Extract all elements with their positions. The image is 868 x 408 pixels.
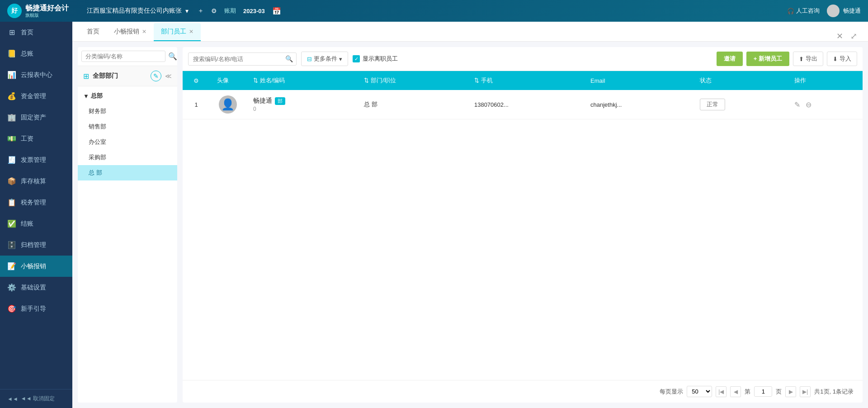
tab-xiaochangbaoxiao-label: 小畅报销	[114, 28, 139, 36]
dept-tree-caigoubu[interactable]: 采购部	[78, 150, 177, 165]
filter-button[interactable]: ⊟ 更多条件 ▾	[301, 52, 348, 66]
last-page-button[interactable]: ▶|	[800, 386, 811, 397]
cell-status: 正常	[693, 90, 788, 119]
invite-button[interactable]: 邀请	[717, 52, 743, 66]
dept-tree-xiaoshoubu[interactable]: 销售部	[78, 119, 177, 134]
unpin-label: ◄◄ 取消固定	[21, 395, 55, 403]
tab-expand-button[interactable]: ⤢	[847, 31, 861, 41]
next-page-button[interactable]: ▶	[785, 386, 796, 397]
tab-home[interactable]: 首页	[80, 23, 107, 41]
cell-phone: 138070602...	[467, 90, 583, 119]
sidebar-item-assets[interactable]: 🏢 固定资产	[0, 107, 72, 128]
dept-tree-caiwubu[interactable]: 财务部	[78, 104, 177, 119]
col-name-code[interactable]: ⇅ 姓名/编码	[246, 71, 357, 90]
dept-head-label: 总部	[91, 92, 103, 100]
sidebar-item-home[interactable]: ⊞ 首页	[0, 22, 72, 43]
logout-button[interactable]: ⊖	[806, 100, 811, 109]
unpin-button[interactable]: ◄◄ ◄◄ 取消固定	[0, 389, 72, 408]
col-email: Email	[583, 71, 693, 90]
sidebar-label-baoxiao: 小畅报销	[21, 262, 46, 270]
sidebar-label-tax: 税务管理	[21, 199, 46, 207]
first-page-button[interactable]: |◀	[716, 386, 726, 397]
tab-xiaochangbaoxiao[interactable]: 小畅报销 ✕	[107, 23, 154, 41]
col-settings[interactable]: ⚙	[183, 71, 210, 90]
sidebar-item-capital[interactable]: 💰 资金管理	[0, 85, 72, 107]
invoice-icon: 🧾	[7, 156, 16, 164]
company-selector[interactable]: 江西服宝精品有限责任公司内账张 ▾	[87, 7, 189, 15]
page-number-input[interactable]	[754, 386, 772, 397]
tab-bar: 首页 小畅报销 ✕ 部门员工 ✕ ✕ ⤢	[72, 22, 868, 42]
logo-icon: 好	[7, 4, 22, 18]
emp-search-input[interactable]	[188, 52, 297, 66]
import-icon: ⬇	[833, 56, 838, 62]
support-button[interactable]: 🎧 人工咨询	[787, 7, 820, 15]
user-area[interactable]: 畅捷通	[827, 5, 861, 17]
company-dropdown-icon[interactable]: ▾	[185, 7, 189, 14]
dept-search-input[interactable]	[81, 51, 165, 62]
headset-icon: 🎧	[787, 8, 794, 14]
sidebar-item-archive[interactable]: 🗄️ 归档管理	[0, 234, 72, 256]
sidebar-item-checkout[interactable]: ✅ 结账	[0, 213, 72, 234]
sidebar-label-guide: 新手引导	[21, 305, 46, 313]
sidebar-item-tax[interactable]: 📋 税务管理	[0, 192, 72, 213]
export-button[interactable]: ⬆ 导出	[793, 52, 823, 66]
import-label: 导入	[840, 55, 851, 63]
dept-tree-bangongshi[interactable]: 办公室	[78, 134, 177, 150]
export-label: 导出	[806, 55, 817, 63]
sidebar-label-settings: 基础设置	[21, 284, 46, 292]
sidebar-item-invoice[interactable]: 🧾 发票管理	[0, 149, 72, 171]
per-page-select[interactable]: 50 20 100	[687, 386, 712, 397]
settings-button[interactable]: ⚙	[211, 7, 217, 14]
cell-name-code: 畅捷通 部 0	[246, 90, 357, 119]
col-dept-position[interactable]: ⇅ 部门/职位	[357, 71, 467, 90]
tab-close-all-button[interactable]: ✕	[833, 31, 847, 41]
period-value: 2023-03	[243, 8, 265, 14]
show-resigned-checkbox[interactable]: ✓	[353, 55, 360, 62]
emp-toolbar: 🔍 ⊟ 更多条件 ▾ ✓ 显示离职员工 邀请 + 新增员工	[183, 47, 863, 71]
dept-xiaoshoubu-label: 销售部	[89, 123, 106, 131]
tab-deptemployee[interactable]: 部门员工 ✕	[154, 23, 201, 41]
dept-zongbu-label: 总 部	[89, 169, 102, 177]
prev-page-button[interactable]: ◀	[730, 386, 741, 397]
dept-search-icon[interactable]: 🔍	[168, 52, 177, 61]
dept-all-label: 全部部门	[93, 72, 147, 80]
tab-xiaochangbaoxiao-close[interactable]: ✕	[142, 28, 146, 35]
tab-deptemployee-close[interactable]: ✕	[189, 28, 193, 35]
col-phone[interactable]: ⇅ 手机	[467, 71, 583, 90]
add-tab-button[interactable]: ＋	[198, 7, 204, 15]
dept-tree-zongbu[interactable]: 总 部	[78, 165, 177, 180]
pagination: 每页显示 50 20 100 |◀ ◀ 第 页 ▶ ▶| 共1页, 1条记录	[183, 380, 863, 403]
sidebar-item-inventory[interactable]: 📦 库存核算	[0, 171, 72, 192]
sidebar-item-settings[interactable]: ⚙️ 基础设置	[0, 277, 72, 298]
dept-edit-button[interactable]: ✎	[151, 71, 161, 81]
header-right: 🎧 人工咨询 畅捷通	[787, 5, 861, 17]
employee-panel: 🔍 ⊟ 更多条件 ▾ ✓ 显示离职员工 邀请 + 新增员工	[183, 47, 863, 403]
sidebar-item-xiaochangbaoxiao[interactable]: 📝 小畅报销	[0, 256, 72, 277]
guide-icon: 🎯	[7, 304, 16, 313]
edit-button[interactable]: ✎	[794, 100, 800, 109]
unpin-icon: ◄◄	[7, 396, 18, 402]
emp-search-icon[interactable]: 🔍	[285, 55, 293, 62]
dept-tree-section-head[interactable]: ▼ 总部	[78, 88, 177, 104]
calendar-icon[interactable]: 📅	[272, 7, 281, 15]
sidebar-item-guide[interactable]: 🎯 新手引导	[0, 298, 72, 319]
dept-caigoubu-label: 采购部	[89, 153, 106, 161]
show-resigned-toggle[interactable]: ✓ 显示离职员工	[353, 55, 398, 63]
add-employee-button[interactable]: + 新增员工	[746, 52, 789, 66]
sidebar-item-reports[interactable]: 📊 云报表中心	[0, 64, 72, 85]
cell-dept-position: 总 部	[357, 90, 467, 119]
col-avatar: 头像	[210, 71, 246, 90]
sidebar-item-ledger[interactable]: 📒 总账	[0, 43, 72, 64]
settings-gear-icon: ⚙️	[7, 283, 16, 292]
dept-collapse-icon[interactable]: ≪	[165, 72, 172, 80]
reports-icon: 📊	[7, 71, 16, 79]
checkout-icon: ✅	[7, 219, 16, 228]
table-row: 1 👤	[183, 90, 863, 119]
per-page-label: 每页显示	[660, 388, 683, 396]
sidebar-item-salary[interactable]: 💵 工资	[0, 128, 72, 149]
import-button[interactable]: ⬇ 导入	[827, 52, 857, 66]
dept-bangongshi-label: 办公室	[89, 138, 106, 146]
action-cell: ✎ ⊖	[794, 100, 855, 109]
filter-label: 更多条件	[314, 55, 337, 63]
archive-icon: 🗄️	[7, 241, 16, 249]
